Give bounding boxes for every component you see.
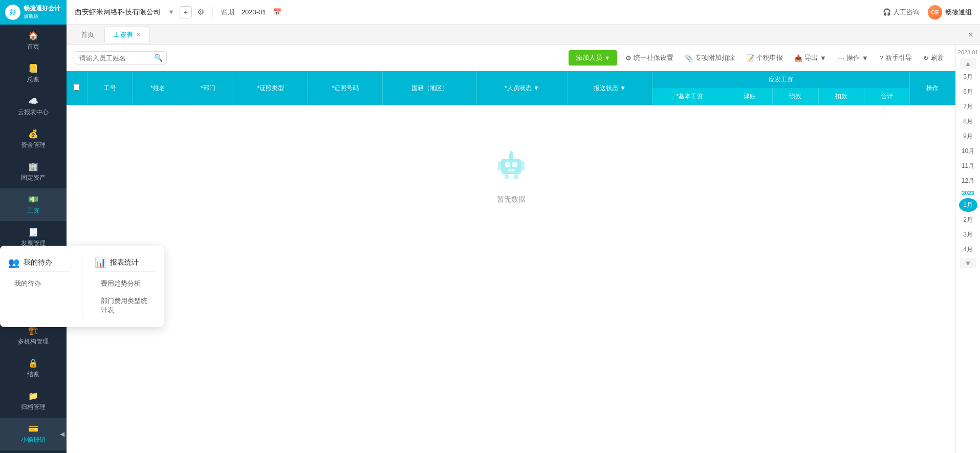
support-button[interactable]: 🎧 人工咨询 <box>883 8 920 17</box>
popup-col-1: 👥 我的待办 我的待办 <box>8 254 70 319</box>
table-wrap: 工号 *姓名 *部门 *证照类型 *证照号码 国籍（地区） *人员状态 ▼ 报送… <box>67 71 955 453</box>
sidebar-item-fixed-assets[interactable]: 🏢 固定资产 <box>0 156 67 188</box>
year-column-label: 2023.01 <box>958 47 978 57</box>
th-checkbox[interactable] <box>67 71 87 105</box>
refresh-btn[interactable]: ↻ 刷新 <box>920 51 947 64</box>
tab-home[interactable]: 首页 <box>73 27 102 42</box>
popup-col-2: 📊 报表统计 费用趋势分析 部门费用类型统计表 <box>95 254 156 319</box>
operation-btn[interactable]: ⋯ 操作 ▼ <box>835 51 872 64</box>
svg-rect-7 <box>521 161 525 170</box>
th-department: *部门 <box>183 71 233 105</box>
popup-item-my-todo[interactable]: 我的待办 <box>8 275 70 292</box>
month-3[interactable]: 3月 <box>959 228 977 242</box>
salary-table: 工号 *姓名 *部门 *证照类型 *证照号码 国籍（地区） *人员状态 ▼ 报送… <box>67 71 955 105</box>
sidebar-label-archive: 归档管理 <box>21 403 46 412</box>
popup-item-dept-expense[interactable]: 部门费用类型统计表 <box>95 292 156 319</box>
sidebar-item-home[interactable]: 🏠 首页 <box>0 25 67 57</box>
archive-icon: 📁 <box>28 391 38 401</box>
search-wrap: 🔍 <box>75 51 167 64</box>
support-label: 人工咨询 <box>893 8 920 17</box>
month-9[interactable]: 9月 <box>959 130 977 143</box>
sidebar-item-close[interactable]: 🔒 结账 <box>0 352 67 385</box>
main-content: 🔍 添加人员 ▼ ⚙ 统一社保设置 📎 专项附加扣除 <box>67 45 955 453</box>
tab-salary[interactable]: 工资表 ✕ <box>104 27 149 43</box>
status-filter-icon[interactable]: ▼ <box>533 84 539 92</box>
svg-rect-4 <box>509 154 513 160</box>
month-1[interactable]: 1月 <box>959 198 977 212</box>
sidebar-label-funds: 资金管理 <box>21 141 46 149</box>
th-allowance: 津贴 <box>727 88 773 105</box>
sidebar-item-basic[interactable]: ⚙️ 基础设置 <box>0 450 67 453</box>
table-header-row1: 工号 *姓名 *部门 *证照类型 *证照号码 国籍（地区） *人员状态 ▼ 报送… <box>67 71 955 88</box>
sidebar-item-archive[interactable]: 📁 归档管理 <box>0 385 67 418</box>
tab-close-all[interactable]: ✕ <box>968 31 974 39</box>
calendar-icon[interactable]: 📅 <box>273 8 281 16</box>
th-deduction: 扣款 <box>818 88 864 105</box>
toolbar-right: 添加人员 ▼ ⚙ 统一社保设置 📎 专项附加扣除 📝 个税申报 <box>569 50 947 66</box>
sidebar-item-xiaochang[interactable]: 💳 小畅报销 ◀ <box>0 418 67 450</box>
sidebar-label-close: 结账 <box>27 370 39 379</box>
th-report-status: 报送状态 ▼ <box>567 71 652 105</box>
month-12[interactable]: 12月 <box>959 174 977 188</box>
popup-divider <box>82 254 82 319</box>
user-info[interactable]: CE 畅捷通组 <box>928 5 972 19</box>
sidebar-label-home: 首页 <box>27 42 39 51</box>
headset-icon: 🎧 <box>883 8 891 16</box>
guide-btn[interactable]: ? 新手引导 <box>877 51 915 64</box>
month-2[interactable]: 2月 <box>959 213 977 227</box>
month-nav-up[interactable]: ▲ <box>960 58 976 69</box>
popup-item-dept-expense-label: 部门费用类型统计表 <box>101 297 147 314</box>
personal-tax-btn[interactable]: 📝 个税申报 <box>743 51 786 64</box>
month-7[interactable]: 7月 <box>959 100 977 114</box>
sidebar-label-multi: 多机构管理 <box>18 337 49 346</box>
sidebar-nav: 🏠 首页 📒 总账 ☁️ 云报表中心 💰 资金管理 🏢 固定资产 💵 工资 🧾 … <box>0 25 67 453</box>
refresh-icon: ↻ <box>923 54 929 62</box>
topbar-right: 🎧 人工咨询 CE 畅捷通组 <box>883 5 972 19</box>
tab-close-icon[interactable]: ✕ <box>136 31 141 38</box>
empty-text: 暂无数据 <box>497 195 526 204</box>
month-nav-down[interactable]: ▼ <box>960 258 976 268</box>
th-salary-group: 应发工资 <box>652 71 909 88</box>
svg-rect-8 <box>505 174 509 179</box>
search-input[interactable] <box>79 54 151 62</box>
month-11[interactable]: 11月 <box>959 159 977 173</box>
popup-item-my-todo-label: 我的待办 <box>14 279 41 287</box>
report-filter-icon[interactable]: ▼ <box>620 84 626 92</box>
month-5[interactable]: 5月 <box>959 70 977 84</box>
sidebar-item-funds[interactable]: 💰 资金管理 <box>0 123 67 156</box>
th-name: *姓名 <box>133 71 183 105</box>
add-person-button[interactable]: 添加人员 ▼ <box>569 50 617 66</box>
month-6[interactable]: 6月 <box>959 85 977 99</box>
content-area: 🔍 添加人员 ▼ ⚙ 统一社保设置 📎 专项附加扣除 <box>67 45 980 453</box>
sidebar-item-salary[interactable]: 💵 工资 <box>0 188 67 221</box>
select-all-checkbox[interactable] <box>73 84 80 91</box>
popup-item-expense-trend[interactable]: 费用趋势分析 <box>95 275 156 292</box>
month-8[interactable]: 8月 <box>959 115 977 128</box>
special-deduction-btn[interactable]: 📎 专项附加扣除 <box>682 51 738 64</box>
search-icon[interactable]: 🔍 <box>154 54 163 62</box>
popup-section1-header: 👥 我的待办 <box>8 254 70 272</box>
month-4[interactable]: 4月 <box>959 243 977 256</box>
settings-icon[interactable]: ⚙ <box>197 7 204 17</box>
company-name: 西安虾米网络科技有限公司 <box>75 8 161 17</box>
sidebar-item-cloud-report[interactable]: ☁️ 云报表中心 <box>0 90 67 123</box>
th-id-type: *证照类型 <box>233 71 308 105</box>
special-deduction-icon: 📎 <box>685 54 693 62</box>
empty-state: 暂无数据 <box>67 105 955 245</box>
sidebar-label-salary: 工资 <box>27 206 39 215</box>
tabbar: 首页 工资表 ✕ ✕ <box>67 25 980 45</box>
salary-icon: 💵 <box>28 195 38 204</box>
logo-title: 畅捷通好会计 <box>24 5 60 13</box>
add-person-dropdown-icon: ▼ <box>604 55 610 61</box>
company-dropdown-icon[interactable]: ▼ <box>168 8 175 16</box>
sidebar-item-ledger[interactable]: 📒 总账 <box>0 57 67 90</box>
refresh-label: 刷新 <box>931 53 944 62</box>
month-10[interactable]: 10月 <box>959 144 977 158</box>
topbar-add-btn[interactable]: + <box>180 6 192 18</box>
export-dropdown-icon: ▼ <box>820 54 826 62</box>
social-security-btn[interactable]: ⚙ 统一社保设置 <box>622 51 677 64</box>
export-btn[interactable]: 📤 导出 ▼ <box>791 51 830 64</box>
sidebar-label-xiaochang: 小畅报销 <box>21 436 46 444</box>
empty-robot-icon <box>491 146 532 187</box>
popup-section2-title: 报表统计 <box>110 258 139 267</box>
